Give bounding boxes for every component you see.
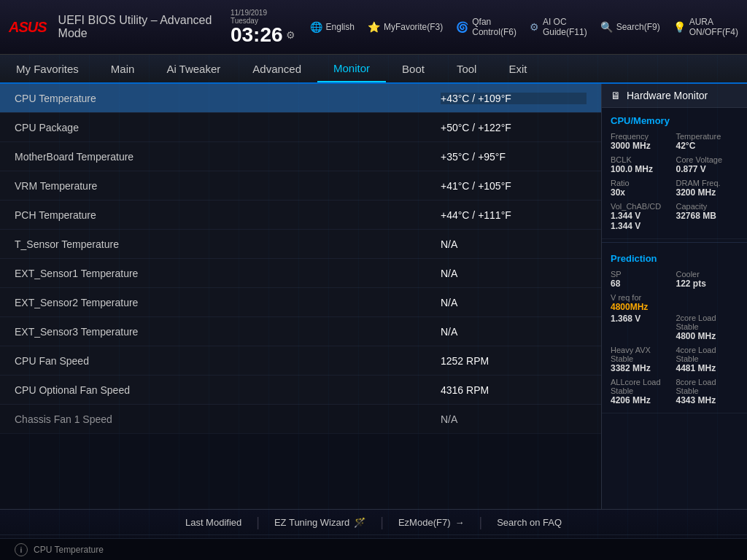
dram-freq-block: DRAM Freq. 3200 MHz [676,179,739,198]
sensor-name-vrm-temp: VRM Temperature [15,180,441,192]
star-icon: ⭐ [368,21,380,33]
sensor-row-ext3[interactable]: EXT_Sensor3 Temperature N/A [0,317,601,346]
sensor-value-vrm-temp: +41°C / +105°F [441,180,587,192]
sensor-row-cpu-fan[interactable]: CPU Fan Speed 1252 RPM [0,346,601,376]
prediction-title: Prediction [611,253,738,264]
ez-tuning-label: EZ Tuning Wizard [274,517,349,528]
v-req-block: V req for 4800MHz 1.368 V 2core Load Sta… [611,293,738,341]
sensor-table: CPU Temperature +43°C / +109°F CPU Packa… [0,84,601,434]
cooler-block: Cooler 122 pts [676,270,739,289]
sensor-panel: CPU Temperature +43°C / +109°F CPU Packa… [0,84,601,509]
sensor-value-cpu-fan: 1252 RPM [441,355,587,367]
favorites-shortcut[interactable]: ⭐ MyFavorite(F3) [368,21,443,33]
last-modified-label: Last Modified [185,517,241,528]
nav-bar: My Favorites Main Ai Tweaker Advanced Mo… [0,55,747,84]
qfan-label: Qfan Control(F6) [472,17,516,37]
footer-shortcuts: Last Modified | EZ Tuning Wizard 🪄 | EzM… [0,510,747,535]
nav-monitor[interactable]: Monitor [317,55,386,82]
nav-exit[interactable]: Exit [492,55,543,82]
allcore-grid: ALLcore Load Stable 4206 MHz 8core Load … [611,378,738,405]
section-divider [602,242,747,243]
date-display: 11/19/2019 Tuesday [231,9,295,25]
sp-block: SP 68 [611,270,673,289]
sensor-value-ext1: N/A [441,268,587,279]
vol-block: Vol_ChAB/CD 1.344 V 1.344 V [611,202,673,231]
sensor-scroll[interactable]: CPU Temperature +43°C / +109°F CPU Packa… [0,84,601,509]
capacity-block: Capacity 32768 MB [676,202,739,231]
sensor-row-cpu-temp[interactable]: CPU Temperature +43°C / +109°F [0,84,601,113]
aura-label: AURA ON/OFF(F4) [689,17,738,37]
sensor-name-mobo-temp: MotherBoard Temperature [15,151,441,163]
language-shortcut[interactable]: 🌐 English [310,21,355,33]
ez-mode-item[interactable]: EzMode(F7) → [384,517,479,528]
sensor-row-ext2[interactable]: EXT_Sensor2 Temperature N/A [0,288,601,317]
aura-icon: 💡 [673,21,686,33]
sensor-name-cpu-temp: CPU Temperature [15,93,441,104]
ai-icon: ⚙ [530,21,539,33]
sensor-value-t-sensor: N/A [441,238,587,250]
nav-tool[interactable]: Tool [441,55,493,82]
v-req-grid: 1.368 V 2core Load Stable 4800 MHz [611,314,738,341]
sensor-row-pch-temp[interactable]: PCH Temperature +44°C / +111°F [0,201,601,230]
help-icon: i [15,543,28,556]
content-area: CPU Temperature +43°C / +109°F CPU Packa… [0,84,747,509]
monitor-icon: 🖥 [611,90,621,101]
sensor-name-cpu-opt-fan: CPU Optional Fan Speed [15,384,441,396]
hw-monitor-title: 🖥 Hardware Monitor [602,84,747,108]
nav-main[interactable]: Main [95,55,151,82]
sensor-row-mobo-temp[interactable]: MotherBoard Temperature +35°C / +95°F [0,142,601,171]
status-bar: i CPU Temperature [0,538,747,560]
last-modified-item[interactable]: Last Modified [171,517,256,528]
settings-icon[interactable]: ⚙ [286,29,295,41]
cpu-memory-grid: Frequency 3000 MHz Temperature 42°C BCLK… [611,132,738,231]
wand-icon: 🪄 [354,517,365,528]
ez-mode-label: EzMode(F7) [398,517,451,528]
status-text: CPU Temperature [34,545,104,555]
heavy-avx-left: Heavy AVX Stable 3382 MHz [611,346,673,373]
globe-icon: 🌐 [310,21,322,33]
search-faq-item[interactable]: Search on FAQ [482,517,576,528]
sensor-name-pch-temp: PCH Temperature [15,209,441,221]
frequency-label: Frequency 3000 MHz [611,132,673,151]
ez-tuning-item[interactable]: EZ Tuning Wizard 🪄 [260,517,380,528]
sensor-row-chassis-fan[interactable]: Chassis Fan 1 Speed N/A [0,405,601,434]
sensor-row-cpu-opt-fan[interactable]: CPU Optional Fan Speed 4316 RPM [0,376,601,405]
sensor-row-ext1[interactable]: EXT_Sensor1 Temperature N/A [0,259,601,288]
eight-core-right: 8core Load Stable 4343 MHz [676,378,739,405]
time-display: 03:26 [231,25,283,45]
asus-logo-text: ASUS [9,19,47,36]
qfan-shortcut[interactable]: 🌀 Qfan Control(F6) [456,17,516,37]
nav-advanced[interactable]: Advanced [236,55,317,82]
sensor-value-cpu-opt-fan: 4316 RPM [441,384,587,396]
ai-oc-label: AI OC Guide(F11) [543,17,587,37]
aura-shortcut[interactable]: 💡 AURA ON/OFF(F4) [673,17,738,37]
ai-oc-shortcut[interactable]: ⚙ AI OC Guide(F11) [530,17,587,37]
favorites-label: MyFavorite(F3) [384,22,443,32]
search-shortcut[interactable]: 🔍 Search(F9) [600,21,660,33]
header-shortcuts: 🌐 English ⭐ MyFavorite(F3) 🌀 Qfan Contro… [310,17,738,37]
sensor-name-chassis-fan: Chassis Fan 1 Speed [15,413,441,425]
sensor-value-pch-temp: +44°C / +111°F [441,209,587,221]
date-time-area: 11/19/2019 Tuesday 03:26 ⚙ [231,9,295,45]
sensor-name-cpu-fan: CPU Fan Speed [15,355,441,367]
sensor-value-chassis-fan: N/A [441,413,587,425]
header: ASUS UEFI BIOS Utility – Advanced Mode 1… [0,0,747,55]
sensor-value-mobo-temp: +35°C / +95°F [441,151,587,163]
sensor-name-ext2: EXT_Sensor2 Temperature [15,297,441,308]
sensor-row-cpu-package[interactable]: CPU Package +50°C / +122°F [0,113,601,142]
sensor-row-t-sensor[interactable]: T_Sensor Temperature N/A [0,230,601,259]
search-icon: 🔍 [600,21,613,33]
nav-boot[interactable]: Boot [386,55,441,82]
hw-monitor-panel: 🖥 Hardware Monitor CPU/Memory Frequency … [601,84,747,509]
bios-title: UEFI BIOS Utility – Advanced Mode [58,14,219,40]
sensor-row-vrm-temp[interactable]: VRM Temperature +41°C / +105°F [0,171,601,201]
fan-icon: 🌀 [456,21,468,33]
sensor-name-ext3: EXT_Sensor3 Temperature [15,326,441,338]
nav-my-favorites[interactable]: My Favorites [0,55,95,82]
heavy-avx-grid: Heavy AVX Stable 3382 MHz 4core Load Sta… [611,346,738,373]
v-req-freq-stable: 2core Load Stable 4800 MHz [676,314,739,341]
nav-ai-tweaker[interactable]: Ai Tweaker [150,55,236,82]
allcore-block: ALLcore Load Stable 4206 MHz 8core Load … [611,378,738,405]
search-label: Search(F9) [616,22,660,32]
cpu-memory-title: CPU/Memory [611,115,738,126]
